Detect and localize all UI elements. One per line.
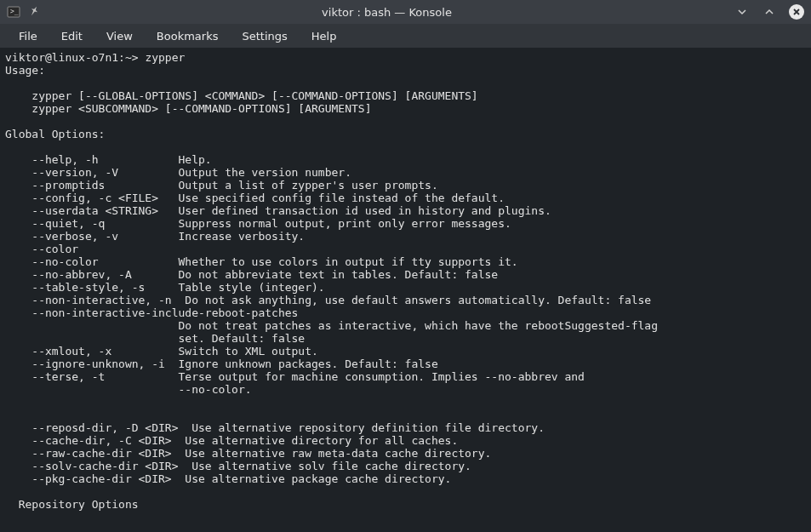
konsole-window: >_ viktor : bash — Konsole <box>0 0 811 532</box>
svg-text:>_: >_ <box>10 8 19 15</box>
menu-file[interactable]: File <box>9 26 48 46</box>
menu-bookmarks[interactable]: Bookmarks <box>146 26 229 46</box>
terminal-output: Usage: zypper [--GLOBAL-OPTIONS] <COMMAN… <box>5 64 658 511</box>
app-icon: >_ <box>7 5 20 19</box>
maximize-button[interactable] <box>762 4 777 20</box>
minimize-button[interactable] <box>734 4 750 20</box>
titlebar-controls <box>734 4 804 20</box>
menu-view[interactable]: View <box>96 26 143 46</box>
shell-prompt: viktor@linux-o7n1:~> <box>5 51 145 64</box>
command-text: zypper <box>145 51 185 64</box>
pin-icon[interactable] <box>29 6 39 19</box>
titlebar-left: >_ <box>7 5 39 19</box>
terminal-area[interactable]: viktor@linux-o7n1:~> zypper Usage: zyppe… <box>0 48 811 532</box>
window-title: viktor : bash — Konsole <box>39 6 734 19</box>
menubar: File Edit View Bookmarks Settings Help <box>0 24 811 48</box>
menu-edit[interactable]: Edit <box>51 26 93 46</box>
menu-settings[interactable]: Settings <box>231 26 297 46</box>
menu-help[interactable]: Help <box>301 26 347 46</box>
titlebar: >_ viktor : bash — Konsole <box>0 0 811 24</box>
close-button[interactable] <box>789 4 804 20</box>
